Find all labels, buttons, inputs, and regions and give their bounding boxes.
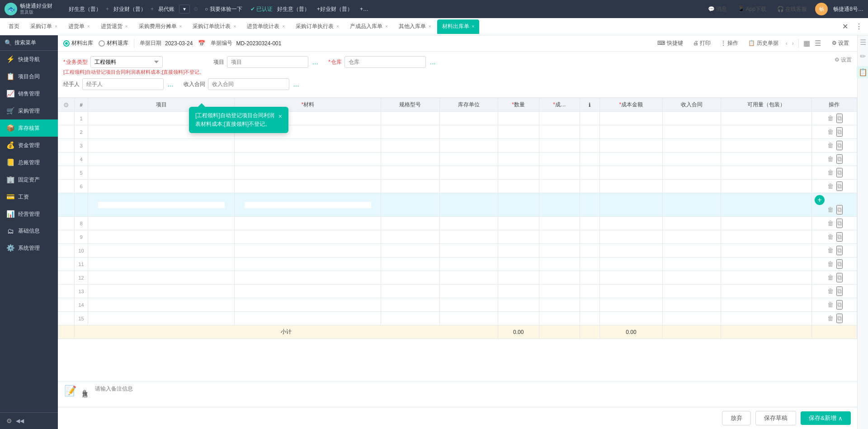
notes-input[interactable] xyxy=(95,385,851,403)
tab-incoming-stats[interactable]: 进货单统计表 × xyxy=(242,19,290,34)
delete-row-btn-2[interactable]: 🗑 xyxy=(826,128,835,135)
copy-row-btn-9[interactable]: ⧉ xyxy=(836,232,843,242)
cell-material-9[interactable] xyxy=(235,230,381,244)
cell-income-contract-1[interactable] xyxy=(662,112,721,125)
copy-row-btn-8[interactable]: ⧉ xyxy=(836,219,843,228)
row7-project-input[interactable] xyxy=(98,202,225,208)
settings-link[interactable]: ⚙ 设置 xyxy=(835,57,852,63)
cell-cost-amount-14[interactable] xyxy=(600,298,663,312)
cell-income-contract-3[interactable] xyxy=(662,139,721,153)
delete-row-btn-13[interactable]: 🗑 xyxy=(826,287,835,295)
cell-material-7[interactable] xyxy=(235,193,381,217)
nav-link-experience[interactable]: ○ 我要体验一下 xyxy=(202,5,245,14)
cell-material-10[interactable] xyxy=(235,244,381,257)
cell-material-13[interactable] xyxy=(235,285,381,298)
nav-link-haoshengyi2[interactable]: 好生意（普） xyxy=(274,5,312,14)
cell-income-contract-10[interactable] xyxy=(662,244,721,257)
nav-next-btn[interactable]: › xyxy=(792,40,794,47)
cell-available-7[interactable] xyxy=(721,193,811,217)
delete-row-btn-12[interactable]: 🗑 xyxy=(826,274,835,281)
cell-quantity-12[interactable] xyxy=(498,271,539,285)
cell-income-contract-5[interactable] xyxy=(662,166,721,180)
cell-cost-9[interactable] xyxy=(539,230,580,244)
nav-link-haoyecai2[interactable]: +好业财（普） xyxy=(314,5,355,14)
cell-income-contract-7[interactable] xyxy=(662,193,721,217)
nav-message[interactable]: 💬 消息 xyxy=(705,4,730,14)
cell-cost-8[interactable] xyxy=(539,217,580,230)
cell-cost-13[interactable] xyxy=(539,285,580,298)
tooltip-close-btn[interactable]: × xyxy=(278,111,282,121)
cell-material-8[interactable] xyxy=(235,217,381,230)
tab-purchase-fee[interactable]: 采购费用分摊单 × xyxy=(134,19,187,34)
shortcut-key-btn[interactable]: ⌨ 快捷键 xyxy=(655,38,685,48)
right-panel-icon-pencil[interactable]: ✏ xyxy=(860,52,866,61)
cell-spec-15[interactable] xyxy=(381,312,439,325)
cell-income-contract-12[interactable] xyxy=(662,271,721,285)
cell-available-14[interactable] xyxy=(721,298,811,312)
copy-row-btn-13[interactable]: ⧉ xyxy=(836,286,843,296)
cell-project-4[interactable] xyxy=(88,153,235,166)
cell-cost-amount-6[interactable] xyxy=(600,180,663,193)
cell-unit-11[interactable] xyxy=(439,257,498,271)
delete-row-btn-7[interactable]: 🗑 xyxy=(826,206,835,213)
print-btn[interactable]: 🖨 打印 xyxy=(690,38,713,48)
cell-cost-amount-10[interactable] xyxy=(600,244,663,257)
user-name[interactable]: 畅捷通8号… xyxy=(833,5,863,13)
cell-unit-6[interactable] xyxy=(439,180,498,193)
user-avatar[interactable]: 畅 xyxy=(815,3,828,15)
cell-material-15[interactable] xyxy=(235,312,381,325)
cell-income-contract-11[interactable] xyxy=(662,257,721,271)
cell-quantity-7[interactable] xyxy=(498,193,539,217)
cell-material-4[interactable] xyxy=(235,153,381,166)
cell-quantity-15[interactable] xyxy=(498,312,539,325)
cell-quantity-6[interactable] xyxy=(498,180,539,193)
cell-spec-8[interactable] xyxy=(381,217,439,230)
discard-button[interactable]: 放弃 xyxy=(722,411,751,425)
cell-cost-amount-3[interactable] xyxy=(600,139,663,153)
cell-available-13[interactable] xyxy=(721,285,811,298)
sidebar-item-fixed-assets[interactable]: 🏢 固定资产 xyxy=(0,171,58,188)
cell-quantity-14[interactable] xyxy=(498,298,539,312)
cell-material-5[interactable] xyxy=(235,166,381,180)
sidebar-item-sales[interactable]: 📈 销售管理 xyxy=(0,85,58,102)
sidebar-item-salary[interactable]: 💳 工资 xyxy=(0,188,58,205)
cell-quantity-3[interactable] xyxy=(498,139,539,153)
delete-row-btn-9[interactable]: 🗑 xyxy=(826,233,835,240)
cell-income-contract-6[interactable] xyxy=(662,180,721,193)
cell-project-8[interactable] xyxy=(88,217,235,230)
cell-cost-amount-1[interactable] xyxy=(600,112,663,125)
cell-available-4[interactable] xyxy=(721,153,811,166)
copy-row-btn-5[interactable]: ⧉ xyxy=(836,168,843,177)
delete-row-btn-10[interactable]: 🗑 xyxy=(826,247,835,254)
sidebar-search[interactable]: 🔍 搜索菜单 xyxy=(0,35,58,51)
delete-row-btn-5[interactable]: 🗑 xyxy=(826,169,835,176)
tab-purchase-order[interactable]: 采购订单 × xyxy=(25,19,62,34)
cell-quantity-13[interactable] xyxy=(498,285,539,298)
tab-purchase-stats[interactable]: 采购订单统计表 × xyxy=(188,19,241,34)
tab-close-purchase-stats[interactable]: × xyxy=(233,24,236,29)
copy-row-btn-12[interactable]: ⧉ xyxy=(836,273,843,282)
tab-close-incoming-return[interactable]: × xyxy=(125,24,128,29)
copy-row-btn-11[interactable]: ⧉ xyxy=(836,259,843,269)
nav-link-yidaizhang[interactable]: 易代账 xyxy=(156,5,177,14)
cell-available-2[interactable] xyxy=(721,125,811,139)
tab-close-window[interactable]: ✕ xyxy=(840,22,850,31)
delete-row-btn-15[interactable]: 🗑 xyxy=(826,315,835,322)
cell-unit-15[interactable] xyxy=(439,312,498,325)
cell-cost-15[interactable] xyxy=(539,312,580,325)
income-contract-ellipsis-btn[interactable]: … xyxy=(292,81,300,88)
tab-other-inbound[interactable]: 其他入库单 × xyxy=(394,19,436,34)
income-contract-input[interactable] xyxy=(208,78,289,90)
cell-spec-3[interactable] xyxy=(381,139,439,153)
sidebar-item-operations[interactable]: 📊 经营管理 xyxy=(0,205,58,223)
sidebar-item-project[interactable]: 📋 项目合同 xyxy=(0,68,58,85)
right-panel-icon-green[interactable]: 📋 xyxy=(857,66,868,78)
nav-link-more[interactable]: +… xyxy=(357,5,371,13)
calendar-icon[interactable]: 📅 xyxy=(196,39,207,48)
cell-unit-7[interactable] xyxy=(439,193,498,217)
radio-material-outbound[interactable]: 材料出库 xyxy=(63,39,93,47)
cell-project-15[interactable] xyxy=(88,312,235,325)
cell-cost-1[interactable] xyxy=(539,112,580,125)
cell-quantity-8[interactable] xyxy=(498,217,539,230)
cell-cost-11[interactable] xyxy=(539,257,580,271)
